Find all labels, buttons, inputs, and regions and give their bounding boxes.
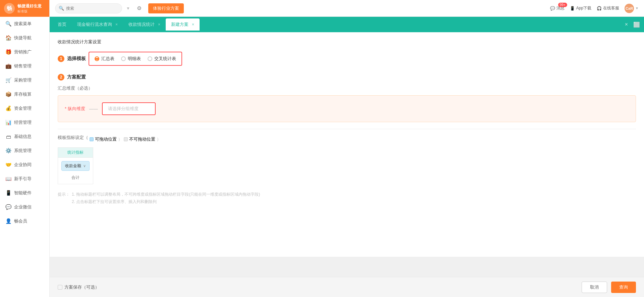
content-inner: 收款情况统计方案设置 1 选择模板 汇总表 明细表 <box>50 32 644 257</box>
download-icon: 📱 <box>570 6 575 11</box>
phone-icon: 📱 <box>5 190 11 196</box>
tab-bank-flow[interactable]: 现金银行流水查询 × <box>72 18 123 31</box>
sidebar-item-newbie[interactable]: 📖 新手引导 <box>0 172 49 186</box>
sidebar-item-search[interactable]: 🔍 搜索菜单 <box>0 17 49 31</box>
config-area: 汇总维度（必选） * 纵向维度 —— 请选择分组维度 模板指标设定（ <box>58 85 636 205</box>
db-icon: 🗃 <box>5 134 11 140</box>
sidebar-item-inventory[interactable]: 📦 库存核算 <box>0 87 49 101</box>
close-window-button[interactable]: × <box>624 20 629 29</box>
header: 🔍 ▼ ⚙ 体验行业方案 💬 消息 99+ 📱 App下载 🎧 在线客服 CaR… <box>50 0 644 17</box>
dimension-row-label: * 纵向维度 <box>65 106 85 112</box>
service-button[interactable]: 🎧 在线客服 <box>597 5 619 11</box>
user-avatar[interactable]: CaR ▼ <box>625 4 639 13</box>
tab-close-new-plan[interactable]: × <box>192 22 194 27</box>
settings-button[interactable]: ⚙ <box>134 3 144 13</box>
sidebar-item-sales[interactable]: 💼 销售管理 <box>0 59 49 73</box>
box-icon: 📦 <box>5 91 11 97</box>
sidebar-item-purchase[interactable]: 🛒 采购管理 <box>0 73 49 87</box>
sidebar: 畅 畅捷通好生意 标准版 🔍 搜索菜单 🏠 快捷导航 🎁 营销推广 💼 销售管理… <box>0 0 50 297</box>
gear-icon: ⚙️ <box>5 148 11 154</box>
legend-draggable: 可拖动位置 <box>90 136 117 142</box>
maximize-button[interactable]: ⬜ <box>632 20 641 29</box>
sidebar-item-member[interactable]: 👤 畅会员 <box>0 214 49 228</box>
main-area: 🔍 ▼ ⚙ 体验行业方案 💬 消息 99+ 📱 App下载 🎧 在线客服 CaR… <box>50 0 644 297</box>
indicator-list: 收款金额 ∨ 合计 <box>58 158 93 184</box>
radio-detail[interactable]: 明细表 <box>121 56 141 62</box>
sidebar-logo: 畅 畅捷通好生意 标准版 <box>0 0 49 17</box>
message-button[interactable]: 💬 消息 99+ <box>550 5 565 11</box>
user-icon: 👤 <box>5 218 11 224</box>
sidebar-item-operations[interactable]: 📊 经营管理 <box>0 115 49 130</box>
sidebar-item-finance[interactable]: 💰 资金管理 <box>0 101 49 115</box>
cancel-button[interactable]: 取消 <box>582 282 607 293</box>
tab-close-bank-flow[interactable]: × <box>115 22 118 27</box>
indicators-legend-row: 模板指标设定（ 可拖动位置 ） 不可拖动位置 ） <box>58 135 636 144</box>
sidebar-item-wechat[interactable]: 💬 企业微信 <box>0 200 49 214</box>
trial-button[interactable]: 体验行业方案 <box>148 3 184 13</box>
search-input[interactable] <box>66 6 118 11</box>
radio-summary[interactable]: 汇总表 <box>95 56 114 62</box>
indicators-table: 统计指标 收款金额 ∨ 合计 <box>58 147 93 184</box>
search-input-icon: 🔍 <box>59 6 64 11</box>
tab-receipt-stats[interactable]: 收款情况统计 × <box>123 18 166 31</box>
radio-cross[interactable]: 交叉统计表 <box>148 56 176 62</box>
radio-detail-circle <box>121 56 126 61</box>
step1-header: 1 选择模板 汇总表 明细表 交叉统计表 <box>58 52 636 66</box>
book-icon: 📖 <box>5 176 11 182</box>
tab-close-receipt-stats[interactable]: × <box>158 22 160 27</box>
money-icon: 💰 <box>5 105 11 111</box>
dimension-area: * 纵向维度 —— 请选择分组维度 <box>58 95 636 122</box>
service-icon: 🎧 <box>597 6 602 11</box>
sidebar-item-system[interactable]: ⚙️ 系统管理 <box>0 144 49 158</box>
tip-1: 提示： 1. 拖动标题栏可以调整布局，不可跨维度或指标区域拖动栏目字段(只能在同… <box>58 191 636 198</box>
section-step1: 1 选择模板 汇总表 明细表 交叉统计表 <box>58 52 636 66</box>
radio-summary-circle <box>95 56 99 61</box>
content-area: 收款情况统计方案设置 1 选择模板 汇总表 明细表 <box>50 32 644 277</box>
dimension-select[interactable]: 请选择分组维度 <box>102 102 156 115</box>
save-option[interactable]: 方案保存（可选） <box>58 284 99 290</box>
section-step2: 2 方案配置 汇总维度（必选） * 纵向维度 —— 请选择分组维度 <box>58 74 636 205</box>
tab-new-plan[interactable]: 新建方案 × <box>166 18 200 31</box>
draggable-dot <box>90 137 94 141</box>
sidebar-item-quick-nav[interactable]: 🏠 快捷导航 <box>0 31 49 45</box>
gift-icon: 🎁 <box>5 49 11 55</box>
sidebar-item-smart-hw[interactable]: 📱 智能硬件 <box>0 186 49 200</box>
dimension-row: * 纵向维度 —— 请选择分组维度 <box>65 102 629 115</box>
tips-area: 提示： 1. 拖动标题栏可以调整布局，不可跨维度或指标区域拖动栏目字段(只能在同… <box>58 191 636 205</box>
step1-num: 1 <box>58 55 64 62</box>
bottom-actions: 取消 查询 <box>582 282 636 293</box>
save-checkbox[interactable] <box>58 285 62 290</box>
indicator-total: 合计 <box>59 173 92 183</box>
download-button[interactable]: 📱 App下载 <box>570 5 591 11</box>
page-title: 收款情况统计方案设置 <box>58 39 636 45</box>
chevron-down-icon: ∨ <box>83 164 86 168</box>
sidebar-item-marketing[interactable]: 🎁 营销推广 <box>0 45 49 59</box>
header-right: 💬 消息 99+ 📱 App下载 🎧 在线客服 CaR ▼ <box>550 4 639 13</box>
radio-cross-circle <box>148 56 152 61</box>
logo-icon: 畅 <box>4 3 15 14</box>
handshake-icon: 🤝 <box>5 162 11 168</box>
message-badge: 99+ <box>558 3 567 7</box>
chart-icon: 📊 <box>5 119 11 126</box>
tabs-bar: 首页 现金银行流水查询 × 收款情况统计 × 新建方案 × × ⬜ <box>50 17 644 32</box>
cart-icon: 🛒 <box>5 77 11 83</box>
tab-home[interactable]: 首页 <box>52 18 72 31</box>
template-selector: 汇总表 明细表 交叉统计表 <box>89 52 182 66</box>
sidebar-item-enterprise[interactable]: 🤝 企业协同 <box>0 158 49 172</box>
logo-text: 畅捷通好生意 标准版 <box>17 3 42 14</box>
search-icon: 🔍 <box>5 21 11 27</box>
bottom-bar: 方案保存（可选） 取消 查询 <box>50 277 644 297</box>
dimension-arrow: —— <box>89 106 98 111</box>
sidebar-item-base[interactable]: 🗃 基础信息 <box>0 130 49 144</box>
step1-title: 选择模板 <box>67 56 86 62</box>
indicator-item-amount[interactable]: 收款金额 ∨ <box>61 161 90 171</box>
indicators-header: 统计指标 <box>58 148 93 158</box>
chevron-down-icon[interactable]: ▼ <box>126 6 130 11</box>
header-search[interactable]: 🔍 <box>55 3 122 13</box>
tip-2: 提示： 2. 点击标题栏下拉可设置排序、插入列和删除列 <box>58 198 636 206</box>
indicators-section: 模板指标设定（ 可拖动位置 ） 不可拖动位置 ） <box>58 129 636 184</box>
undraggable-dot <box>124 137 128 141</box>
confirm-button[interactable]: 查询 <box>611 282 636 293</box>
tabs-actions: × ⬜ <box>624 20 641 29</box>
chevron-down-icon: ▼ <box>635 6 639 10</box>
